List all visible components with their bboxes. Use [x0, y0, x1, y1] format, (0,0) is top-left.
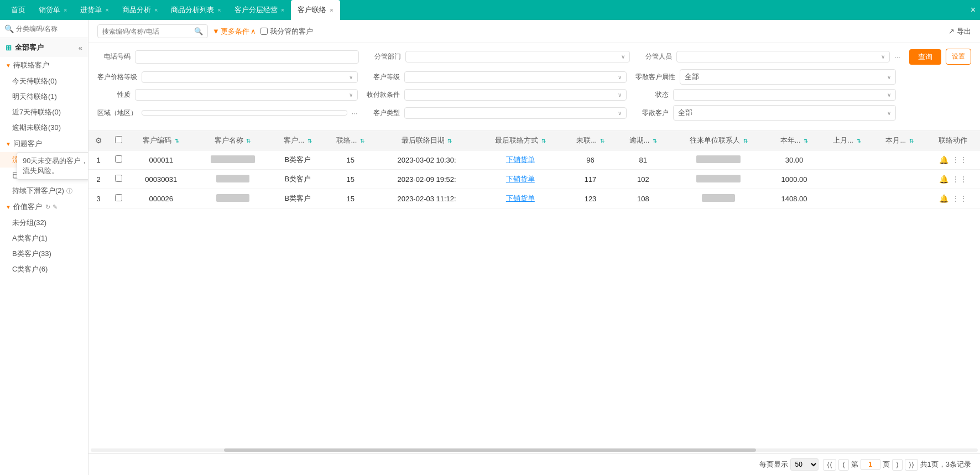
sidebar-item-ungrouped[interactable]: 未分组(32)	[0, 215, 88, 231]
tab-home[interactable]: 首页	[4, 0, 32, 20]
last-page-btn[interactable]: ⟩⟩	[905, 459, 918, 471]
row3-more-icon[interactable]: ⋮⋮	[952, 194, 967, 203]
select-all-checkbox[interactable]	[115, 136, 122, 143]
sidebar-item-class-a[interactable]: A类客户(1)	[0, 231, 88, 246]
nature-select[interactable]: ∨	[135, 89, 358, 101]
sidebar-item-today[interactable]: 今天待联络(0)	[0, 74, 88, 89]
customer-type-select[interactable]: ∨	[404, 107, 627, 119]
col-this-year[interactable]: 本年... ⇅	[768, 131, 820, 150]
my-customers-check[interactable]	[260, 28, 268, 35]
scrollbar-thumb[interactable]	[224, 448, 756, 452]
sidebar-all-customers[interactable]: ⊞ 全部客户 «	[0, 38, 88, 57]
sidebar-search-box[interactable]: 🔍	[0, 20, 88, 38]
row3-check[interactable]	[115, 194, 122, 201]
row2-contact-icon[interactable]: 🔔	[939, 175, 948, 184]
sidebar-item-declining[interactable]: 持续下滑客户(2) ⓘ	[0, 183, 88, 199]
row2-checkbox[interactable]	[108, 170, 128, 189]
col-this-month[interactable]: 本月... ⇅	[873, 131, 926, 150]
row3-contact-icon[interactable]: 🔔	[939, 194, 948, 203]
tab-customer-contact-close[interactable]: ×	[330, 7, 333, 13]
row2-more-icon[interactable]: ⋮⋮	[952, 175, 967, 184]
tab-sales[interactable]: 销货单 ×	[32, 0, 74, 20]
pagination-bar: 每页显示 50 100 ⟨⟨ ⟨ 第 页 ⟩ ⟩⟩ 共1页，3条记录	[88, 453, 980, 475]
row2-method-link[interactable]: 下销货单	[506, 175, 535, 183]
col-code[interactable]: 客户编码 ⇅	[128, 131, 194, 150]
tab-sales-close[interactable]: ×	[64, 7, 67, 13]
tab-purchase[interactable]: 进货单 ×	[74, 0, 115, 20]
row1-checkbox[interactable]	[108, 150, 128, 170]
settings-button[interactable]: 设置	[946, 49, 971, 65]
customer-level-select[interactable]: ∨	[404, 71, 627, 83]
dept-select[interactable]: ∨	[405, 51, 629, 62]
prev-page-btn[interactable]: ⟨	[838, 459, 849, 471]
tab-analysis[interactable]: 商品分析 ×	[116, 0, 164, 20]
price-level-select[interactable]: ∨	[142, 71, 358, 83]
sidebar-item-class-c[interactable]: C类客户(6)	[0, 262, 88, 277]
row1-method-link[interactable]: 下销货单	[506, 155, 535, 164]
close-all-button[interactable]: ×	[971, 5, 976, 15]
first-page-btn[interactable]: ⟨⟨	[823, 459, 836, 471]
group-value-customers-title[interactable]: ▼ 价值客户 ↻ ✎	[0, 199, 88, 215]
region-more-dots[interactable]: ···	[352, 109, 358, 117]
status-select[interactable]: ∨	[673, 89, 896, 101]
tab-customer-contact[interactable]: 客户联络 ×	[291, 0, 340, 20]
retail-attr-select[interactable]: 全部 ∨	[680, 69, 896, 85]
phone-input[interactable]	[135, 50, 359, 64]
sidebar-item-class-b[interactable]: B类客户(33)	[0, 246, 88, 262]
tab-analysis-close[interactable]: ×	[154, 7, 158, 13]
row2-last-method[interactable]: 下销货单	[477, 170, 564, 189]
edit-icon[interactable]: ✎	[53, 203, 58, 211]
col-type[interactable]: 客户... ⇅	[272, 131, 324, 150]
row1-more-icon[interactable]: ⋮⋮	[952, 155, 967, 164]
col-last-month[interactable]: 上月... ⇅	[821, 131, 873, 150]
row3-method-link[interactable]: 下销货单	[506, 194, 535, 202]
col-uncontacted[interactable]: 未联... ⇅	[564, 131, 617, 150]
group-pending-contact-title[interactable]: ▼ 待联络客户	[0, 57, 88, 74]
col-contact-count[interactable]: 联络... ⇅	[324, 131, 377, 150]
col-checkbox[interactable]	[108, 131, 128, 150]
tab-analysis-list-close[interactable]: ×	[217, 7, 221, 13]
sidebar-item-overdue[interactable]: 逾期未联络(30)	[0, 120, 88, 135]
customer-type-label: 客户类型	[367, 108, 400, 118]
manager-select[interactable]: ∨	[676, 51, 890, 62]
col-last-date[interactable]: 最后联络日期 ⇅	[377, 131, 476, 150]
sidebar-item-7days[interactable]: 近7天待联络(0)	[0, 105, 88, 120]
my-customers-checkbox[interactable]: 我分管的客户	[260, 27, 313, 36]
query-button[interactable]: 查询	[909, 49, 941, 65]
row1-check[interactable]	[115, 155, 122, 163]
row1-last-method[interactable]: 下销货单	[477, 150, 564, 170]
tab-customer-tier[interactable]: 客户分层经营 ×	[228, 0, 291, 20]
col-overdue[interactable]: 逾期... ⇅	[617, 131, 669, 150]
refresh-icon[interactable]: ↻	[45, 203, 50, 211]
col-name[interactable]: 客户名称 ⇅	[194, 131, 271, 150]
row1-contact-icon[interactable]: 🔔	[939, 155, 948, 164]
horizontal-scrollbar[interactable]	[88, 447, 980, 453]
search-box[interactable]: 🔍	[97, 24, 208, 38]
col-contacts[interactable]: 往来单位联系人 ⇅	[669, 131, 768, 150]
export-button[interactable]: ↗ 导出	[948, 27, 971, 36]
sidebar-item-tomorrow[interactable]: 明天待联络(1)	[0, 89, 88, 105]
tab-customer-tier-close[interactable]: ×	[281, 7, 284, 13]
settings-icon[interactable]: ⚙	[95, 136, 102, 145]
row3-checkbox[interactable]	[108, 189, 128, 208]
per-page-select[interactable]: 50 100	[790, 458, 819, 471]
row3-last-method[interactable]: 下销货单	[477, 189, 564, 208]
region-select[interactable]	[142, 110, 347, 116]
tab-analysis-list[interactable]: 商品分析列表 ×	[164, 0, 227, 20]
more-conditions-btn[interactable]: ▼ 更多条件 ∧	[212, 27, 256, 36]
col-last-method[interactable]: 最后联络方式 ⇅	[477, 131, 564, 150]
collapse-icon[interactable]: «	[79, 44, 82, 52]
sidebar-search-input[interactable]	[16, 25, 84, 33]
page-input[interactable]	[861, 459, 880, 470]
col-settings[interactable]: ⚙	[88, 131, 108, 150]
search-icon[interactable]: 🔍	[194, 27, 203, 35]
retail-customer-select[interactable]: 全部 ∨	[673, 105, 896, 121]
search-input[interactable]	[102, 28, 194, 35]
next-page-btn[interactable]: ⟩	[892, 459, 903, 471]
group-problem-customers-title[interactable]: ▼ 问题客户	[0, 135, 88, 152]
col-contacts-label: 往来单位联系人	[690, 136, 740, 144]
manager-more-dots[interactable]: ···	[894, 53, 900, 61]
payment-select[interactable]: ∨	[404, 89, 627, 101]
tab-purchase-close[interactable]: ×	[105, 7, 108, 13]
row2-check[interactable]	[115, 175, 122, 182]
